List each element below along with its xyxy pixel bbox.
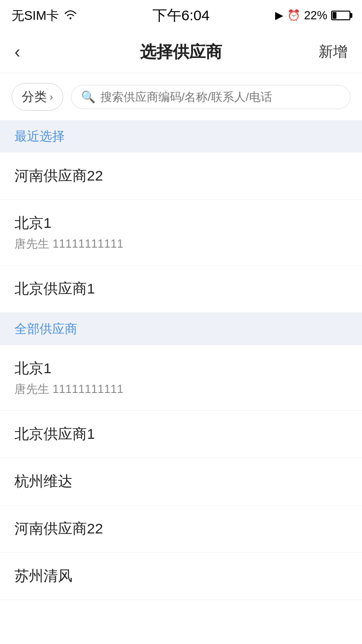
- wifi-icon: [64, 8, 77, 23]
- item-name: 河南供应商22: [14, 519, 348, 539]
- add-button[interactable]: 新增: [319, 42, 348, 62]
- battery-icon: [331, 11, 350, 20]
- recent-section-header: 最近选择: [0, 120, 362, 153]
- chevron-right-icon: ›: [50, 91, 53, 102]
- item-name: 河南供应商22: [14, 166, 348, 186]
- search-input-wrap[interactable]: 🔍: [71, 85, 350, 109]
- list-item[interactable]: 杭州维达: [0, 458, 362, 505]
- list-item[interactable]: 北京供应商1: [0, 411, 362, 458]
- item-name: 苏州清风: [14, 566, 348, 586]
- list-item[interactable]: 北京1唐先生 11111111111: [0, 200, 362, 266]
- status-right: ▶ ⏰ 22%: [275, 9, 350, 22]
- alarm-icon: ⏰: [287, 9, 300, 22]
- list-item[interactable]: 北京1唐先生 11111111111: [0, 345, 362, 411]
- status-time: 下午6:04: [153, 6, 209, 26]
- list-item[interactable]: 河南供应商22: [0, 505, 362, 553]
- location-icon: ▶: [275, 9, 283, 22]
- item-name: 北京1: [14, 213, 348, 233]
- category-button[interactable]: 分类 ›: [12, 83, 63, 111]
- nav-bar: ‹ 选择供应商 新增: [0, 31, 362, 73]
- status-left: 无SIM卡: [12, 7, 77, 24]
- search-icon: 🔍: [81, 90, 96, 104]
- search-input[interactable]: [100, 90, 340, 104]
- item-sub: 唐先生 11111111111: [14, 236, 348, 252]
- all-section-header: 全部供应商: [0, 313, 362, 345]
- item-name: 杭州维达: [14, 472, 348, 491]
- list-item[interactable]: 苏州清风: [0, 553, 362, 600]
- page-title: 选择供应商: [140, 41, 222, 63]
- search-bar: 分类 › 🔍: [0, 73, 362, 120]
- list-item[interactable]: 河南供应商22: [0, 153, 362, 200]
- item-name: 北京供应商1: [14, 279, 348, 299]
- list-item[interactable]: 北京供应商1: [0, 266, 362, 313]
- item-name: 北京1: [14, 359, 348, 378]
- all-section-label: 全部供应商: [14, 322, 77, 336]
- item-sub: 唐先生 11111111111: [14, 381, 348, 397]
- category-label: 分类: [22, 88, 47, 105]
- battery-percent: 22%: [304, 9, 327, 22]
- carrier-text: 无SIM卡: [12, 7, 59, 24]
- recent-list: 河南供应商22北京1唐先生 11111111111北京供应商1: [0, 153, 362, 313]
- recent-section-label: 最近选择: [14, 129, 65, 143]
- all-list: 北京1唐先生 11111111111北京供应商1杭州维达河南供应商22苏州清风: [0, 345, 362, 600]
- back-button[interactable]: ‹: [14, 42, 43, 62]
- item-name: 北京供应商1: [14, 424, 348, 444]
- status-bar: 无SIM卡 下午6:04 ▶ ⏰ 22%: [0, 0, 362, 31]
